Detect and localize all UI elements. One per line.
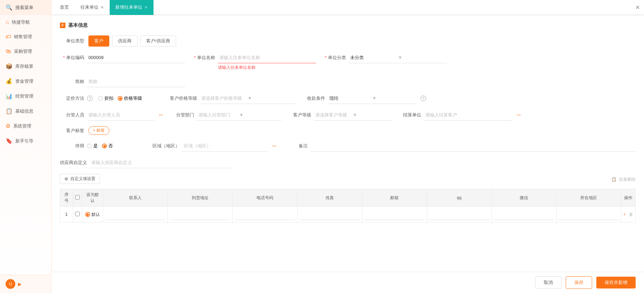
sidebar-label-search: 搜索菜单 — [15, 5, 33, 11]
unit-code-label: 单位编码 — [60, 55, 84, 61]
sidebar-item-operations[interactable]: 📊 经营管理 — [0, 89, 51, 104]
unit-category-label: 单位分类 — [322, 55, 346, 61]
row-wechat-input[interactable] — [494, 209, 554, 220]
unit-code-input[interactable] — [87, 52, 185, 63]
custom-settings-button[interactable]: ⚙ 自定义项设置 — [60, 174, 100, 184]
pricing-help-icon[interactable]: ? — [87, 96, 93, 101]
sales-icon: 🏷 — [6, 34, 11, 40]
row-delete-icon[interactable]: 🗑 — [629, 212, 633, 217]
manager-more-btn[interactable]: ··· — [157, 112, 164, 118]
sidebar-item-basic-info[interactable]: 📋 基础信息 — [0, 104, 51, 119]
disable-no-radio[interactable]: 否 — [102, 143, 113, 149]
row-address — [168, 207, 233, 222]
sidebar-item-inventory[interactable]: 📦 库存核算 — [0, 59, 51, 74]
row-region — [556, 207, 621, 222]
sidebar-item-guide[interactable]: 🔖 新手引导 — [0, 133, 51, 148]
supplier-custom-input[interactable] — [90, 157, 234, 168]
sidebar-item-purchase[interactable]: 🛍 采购管理 — [0, 44, 51, 59]
tab-home-label: 首页 — [60, 4, 69, 10]
system-icon: ⚙ — [6, 123, 10, 129]
disable-yes-radio[interactable]: 是 — [87, 143, 98, 149]
row-seq: 1 — [60, 207, 73, 222]
supplier-custom-row: 供应商自定义 — [60, 157, 636, 168]
close-new-partner-tab-icon[interactable]: ✕ — [144, 5, 148, 10]
payment-condition-label: 收款条件 — [301, 95, 325, 101]
region-input[interactable] — [182, 140, 268, 152]
sidebar-label-operations: 经营管理 — [15, 93, 33, 99]
col-phone: 电话号码 — [233, 189, 297, 207]
row-select-checkbox[interactable] — [75, 212, 80, 216]
customer-price-level-select[interactable]: 请选择客户价格等级 ▼ — [200, 93, 295, 104]
add-tag-button[interactable]: + 标签 — [88, 126, 109, 135]
sidebar-item-sales[interactable]: 🏷 销售管理 — [0, 30, 51, 44]
type-btn-supplier[interactable]: 供应商 — [112, 35, 138, 47]
tab-new-partner[interactable]: 新增往来单位 ✕ — [110, 0, 154, 15]
finance-icon: 💰 — [6, 78, 13, 84]
close-window-icon[interactable]: ✕ — [635, 4, 640, 11]
save-and-new-button[interactable]: 保存并新增 — [596, 277, 636, 288]
settlement-more-btn[interactable]: ··· — [515, 112, 522, 118]
customer-price-chevron: ▼ — [248, 96, 294, 101]
type-btn-both[interactable]: 客户/供应商 — [140, 35, 176, 47]
row-default: 默认 — [82, 207, 103, 222]
sidebar-item-system[interactable]: ⚙ 系统管理 — [0, 119, 51, 133]
expand-icon[interactable]: ▶ — [18, 282, 22, 287]
search-icon: 🔍 — [6, 4, 13, 11]
payment-condition-chevron: ▼ — [372, 96, 415, 101]
pricing-radio-level[interactable]: 价格等级 — [118, 95, 142, 101]
settlement-unit-input[interactable] — [424, 109, 512, 121]
sidebar-item-finance[interactable]: 💰 资金管理 — [0, 74, 51, 89]
unit-name-error-msg: 请输入往来单位名称 — [218, 65, 256, 71]
unit-type-row: 单位类型 客户 供应商 客户/供应商 — [60, 35, 636, 47]
manager-label: 分管人员 — [60, 112, 84, 118]
unit-category-select[interactable]: 未分类 ▼ — [349, 52, 447, 63]
save-button[interactable]: 保存 — [566, 276, 592, 289]
pricing-radio-group: 折扣 价格等级 — [98, 95, 142, 101]
sidebar-item-quick-nav[interactable]: ⌂ 快捷导航 — [0, 15, 51, 30]
short-name-label: 简称 — [60, 79, 84, 85]
row-default-radio[interactable]: 默认 — [84, 212, 101, 218]
settlement-unit-label: 结算单位 — [397, 112, 421, 118]
notes-input[interactable] — [311, 140, 636, 152]
customer-level-select[interactable]: 请选择客户等级 ▼ — [314, 109, 391, 121]
row-email — [362, 207, 427, 222]
sidebar-label-inventory: 库存核算 — [15, 63, 33, 70]
sidebar-item-search[interactable]: 🔍 搜索菜单 — [0, 0, 51, 15]
short-name-input[interactable] — [87, 76, 185, 87]
cancel-button[interactable]: 取消 — [535, 276, 561, 289]
customer-level-label: 客户等级 — [287, 112, 311, 118]
select-all-checkbox[interactable] — [75, 195, 80, 200]
row-contact-input[interactable] — [105, 209, 165, 220]
guide-icon: 🔖 — [6, 138, 13, 144]
unit-type-label: 单位类型 — [60, 38, 84, 44]
manager-input[interactable] — [87, 109, 155, 121]
department-label: 分管部门 — [170, 112, 194, 118]
row-phone-input[interactable] — [235, 209, 295, 220]
unit-name-input[interactable] — [218, 52, 316, 63]
row-email-input[interactable] — [364, 209, 425, 220]
disable-yes-circle — [87, 144, 92, 148]
row-address-input[interactable] — [170, 209, 230, 220]
tab-partner[interactable]: 往来单位 ✕ — [75, 0, 110, 15]
sidebar-label-sales: 销售管理 — [14, 34, 32, 40]
sidebar-label-purchase: 采购管理 — [14, 48, 32, 55]
col-qq: qq — [427, 189, 492, 207]
row-region-input[interactable] — [559, 209, 619, 220]
region-more-btn[interactable]: ··· — [271, 143, 278, 149]
home-icon: ⌂ — [6, 19, 9, 25]
supplier-custom-label: 供应商自定义 — [60, 160, 87, 166]
tab-home[interactable]: 首页 — [54, 0, 75, 15]
purchase-icon: 🛍 — [6, 48, 11, 55]
row-qq-input[interactable] — [429, 209, 489, 220]
department-select[interactable]: 请输入分管部门 ▼ — [197, 109, 281, 121]
payment-help-icon[interactable]: ? — [421, 96, 426, 101]
close-partner-tab-icon[interactable]: ✕ — [101, 5, 104, 10]
payment-condition-select[interactable]: 现结 ▼ — [328, 93, 416, 104]
row-fax-input[interactable] — [300, 209, 360, 220]
row-add-icon[interactable]: + — [623, 212, 626, 217]
sidebar-label-quick-nav: 快捷导航 — [12, 19, 30, 25]
col-action: 操作 — [621, 189, 635, 207]
pricing-radio-discount[interactable]: 折扣 — [98, 95, 113, 101]
type-btn-customer[interactable]: 客户 — [88, 35, 109, 47]
pricing-method-label: 定价方法 — [60, 95, 84, 101]
